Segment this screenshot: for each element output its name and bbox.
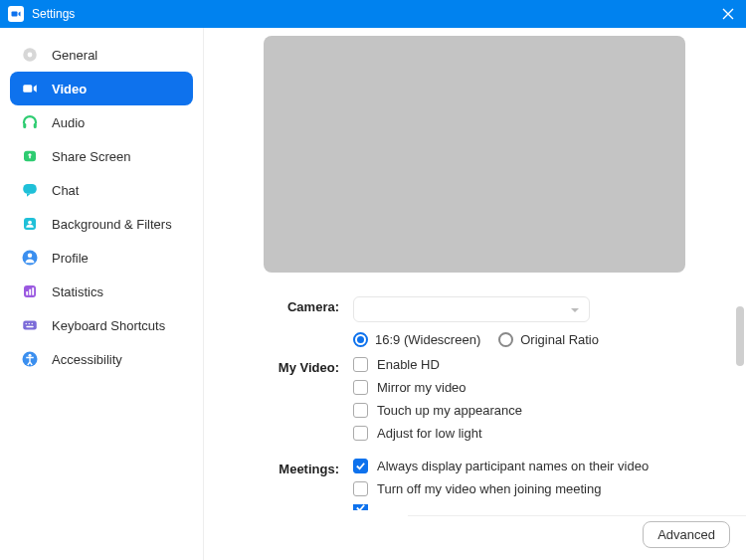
sidebar-item-label: Share Screen [52, 149, 131, 164]
svg-rect-13 [26, 291, 28, 295]
gear-icon [20, 45, 40, 65]
mirror-checkbox[interactable]: Mirror my video [353, 380, 686, 395]
display-names-label: Always display participant names on thei… [377, 459, 649, 473]
sidebar-item-accessibility[interactable]: Accessibility [10, 342, 193, 376]
headphones-icon [20, 112, 40, 132]
zoom-app-icon [8, 6, 24, 22]
svg-point-11 [28, 254, 33, 259]
scrollbar-thumb[interactable] [736, 306, 744, 366]
checkbox-icon [353, 504, 368, 510]
low-light-checkbox[interactable]: Adjust for low light [353, 426, 686, 441]
sidebar-item-share-screen[interactable]: Share Screen [10, 139, 193, 173]
radio-icon [498, 332, 513, 347]
svg-point-19 [32, 323, 34, 325]
checkbox-icon [353, 380, 368, 395]
svg-point-18 [29, 323, 31, 325]
video-icon [20, 79, 40, 98]
ratio-widescreen-label: 16:9 (Widescreen) [375, 332, 480, 347]
sidebar-item-label: Accessibility [52, 352, 122, 367]
svg-rect-15 [32, 287, 34, 295]
sidebar-item-label: Chat [52, 183, 79, 198]
share-screen-icon [20, 146, 40, 166]
svg-rect-0 [12, 12, 18, 17]
sidebar-item-keyboard-shortcuts[interactable]: Keyboard Shortcuts [10, 308, 193, 342]
accessibility-icon [20, 349, 40, 369]
sidebar-item-label: General [52, 48, 97, 63]
sidebar-item-general[interactable]: General [10, 38, 193, 72]
ratio-original-label: Original Ratio [520, 332, 599, 347]
svg-point-22 [29, 354, 32, 357]
titlebar: Settings [0, 0, 746, 28]
chat-icon [20, 180, 40, 200]
svg-rect-16 [23, 321, 37, 330]
main-panel: Camera: 16:9 (Widescreen) Original Ratio [204, 28, 746, 560]
content: General Video Audio Share Screen Chat [0, 28, 746, 560]
sidebar-item-chat[interactable]: Chat [10, 173, 193, 207]
ratio-original-option[interactable]: Original Ratio [498, 332, 599, 347]
meetings-label: Meetings: [264, 459, 353, 518]
sidebar-item-video[interactable]: Video [10, 72, 193, 105]
checkbox-icon [353, 481, 368, 496]
sidebar-item-label: Audio [52, 115, 85, 130]
sidebar-item-label: Keyboard Shortcuts [52, 318, 165, 333]
touch-up-checkbox[interactable]: Touch up my appearance [353, 403, 686, 418]
keyboard-icon [20, 315, 40, 335]
camera-dropdown[interactable] [353, 296, 590, 322]
sidebar-item-label: Profile [52, 251, 89, 266]
sidebar-item-label: Video [52, 82, 87, 96]
checkbox-icon [353, 403, 368, 418]
video-preview [264, 36, 685, 273]
svg-rect-5 [34, 123, 37, 128]
sidebar-item-background-filters[interactable]: Background & Filters [10, 207, 193, 241]
sidebar: General Video Audio Share Screen Chat [0, 28, 204, 560]
turn-off-video-label: Turn off my video when joining meeting [377, 481, 601, 496]
background-filters-icon [20, 214, 40, 234]
radio-icon [353, 332, 368, 347]
sidebar-item-audio[interactable]: Audio [10, 105, 193, 139]
sidebar-item-profile[interactable]: Profile [10, 241, 193, 275]
svg-rect-14 [29, 289, 31, 295]
checkbox-icon [353, 459, 368, 473]
svg-point-17 [26, 323, 28, 325]
svg-rect-20 [26, 326, 34, 328]
profile-icon [20, 248, 40, 268]
advanced-button[interactable]: Advanced [643, 521, 730, 548]
sidebar-item-statistics[interactable]: Statistics [10, 275, 193, 308]
divider [408, 515, 746, 516]
svg-rect-7 [23, 184, 37, 194]
camera-label: Camera: [264, 296, 353, 347]
low-light-label: Adjust for low light [377, 426, 482, 441]
checkbox-icon [353, 357, 368, 372]
enable-hd-checkbox[interactable]: Enable HD [353, 357, 686, 372]
my-video-label: My Video: [264, 357, 353, 449]
enable-hd-label: Enable HD [377, 357, 440, 372]
touch-up-label: Touch up my appearance [377, 403, 522, 418]
sidebar-item-label: Statistics [52, 284, 103, 299]
svg-point-2 [28, 53, 33, 58]
partial-checkbox[interactable] [353, 504, 686, 510]
display-names-checkbox[interactable]: Always display participant names on thei… [353, 459, 686, 473]
mirror-label: Mirror my video [377, 380, 466, 395]
svg-rect-4 [23, 123, 26, 128]
svg-rect-3 [23, 85, 32, 93]
ratio-widescreen-option[interactable]: 16:9 (Widescreen) [353, 332, 480, 347]
turn-off-video-checkbox[interactable]: Turn off my video when joining meeting [353, 481, 686, 496]
statistics-icon [20, 281, 40, 301]
svg-point-9 [28, 221, 32, 225]
close-button[interactable] [718, 4, 738, 24]
checkbox-icon [353, 426, 368, 441]
sidebar-item-label: Background & Filters [52, 217, 172, 232]
window-title: Settings [32, 7, 75, 21]
